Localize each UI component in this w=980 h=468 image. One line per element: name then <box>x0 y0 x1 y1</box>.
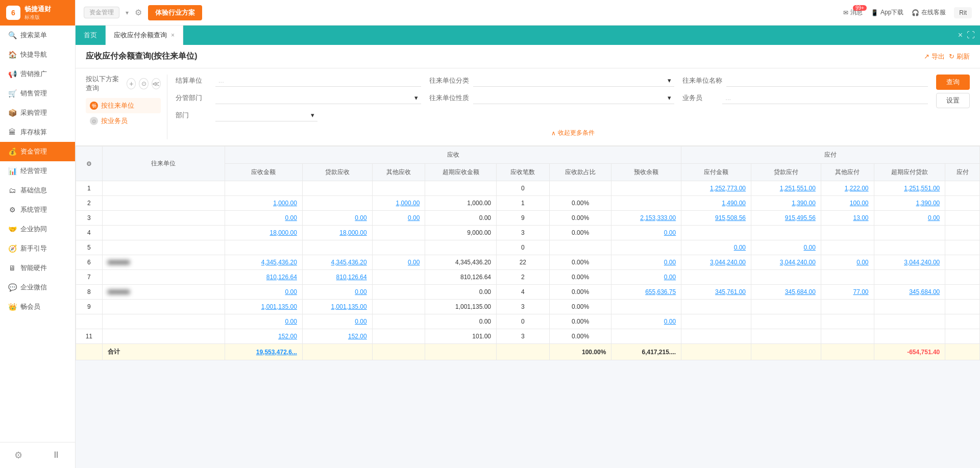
loan-recv-cell[interactable]: 152.00 <box>302 329 372 344</box>
tab-home[interactable]: 首页 <box>76 26 106 45</box>
advance-recv-cell[interactable]: 655,636.75 <box>611 285 681 300</box>
window-close-icon[interactable]: × <box>958 31 963 40</box>
operations-icon: 📊 <box>8 167 16 175</box>
messages-btn[interactable]: ✉ 消息 99+ <box>843 8 863 17</box>
loan-pay-cell[interactable]: 1,251,551.00 <box>751 181 821 196</box>
query-button[interactable]: 查询 <box>936 75 970 90</box>
collapse-filter-btn[interactable]: ∧ 收起更多条件 <box>176 127 970 139</box>
dept-manager-select[interactable]: ▾ <box>215 92 421 104</box>
table-settings-header[interactable]: ⚙ <box>76 146 103 181</box>
payable-amt-cell[interactable]: 1,490.00 <box>681 196 751 211</box>
topbar-gear-icon[interactable]: ⚙ <box>135 8 142 17</box>
receivable-amt-cell[interactable]: 152.00 <box>225 329 302 344</box>
sidebar-item-marketing[interactable]: 📢 营销推广 <box>0 64 75 84</box>
sidebar-item-sales[interactable]: 🛒 销售管理 <box>0 84 75 103</box>
sidebar-settings-btn[interactable]: ⚙ <box>11 447 26 464</box>
refresh-button[interactable]: ↻ 刷新 <box>949 52 970 61</box>
other-pay-cell[interactable]: 100.00 <box>821 196 874 211</box>
payable-amt-cell[interactable]: 0.00 <box>681 240 751 255</box>
other-recv-cell[interactable]: 0.00 <box>372 255 425 270</box>
sidebar-item-system[interactable]: ⚙ 系统管理 <box>0 200 75 219</box>
partner-name-input[interactable] <box>726 75 928 87</box>
receivable-amt-cell[interactable]: 0.00 <box>225 285 302 300</box>
promo-button[interactable]: 体验行业方案 <box>148 5 202 20</box>
loan-pay-cell[interactable]: 0.00 <box>751 240 821 255</box>
sidebar-item-hardware[interactable]: 🖥 智能硬件 <box>0 258 75 278</box>
sidebar-item-nav[interactable]: 🏠 快捷导航 <box>0 45 75 64</box>
receivable-amt-cell[interactable]: 0.00 <box>225 314 302 329</box>
filter-settings-icon[interactable]: ⊙ <box>139 78 148 89</box>
loan-recv-cell[interactable]: 1,001,135.00 <box>302 300 372 314</box>
sidebar-collapse-btn[interactable]: ⏸ <box>48 447 64 464</box>
payable-amt-cell[interactable]: 915,508.56 <box>681 211 751 226</box>
filter-scheme-salesperson[interactable]: ⊙ 按业务员 <box>86 113 161 129</box>
overdue-pay-cell[interactable]: 345,684.00 <box>874 285 945 300</box>
sidebar-item-wechat[interactable]: 💬 企业微信 <box>0 278 75 297</box>
app-download-btn[interactable]: 📱 App下载 <box>871 8 903 17</box>
loan-pay-cell[interactable]: 345,684.00 <box>751 285 821 300</box>
loan-recv-cell[interactable]: 0.00 <box>302 211 372 226</box>
sidebar-item-collab[interactable]: 🤝 企业协同 <box>0 219 75 239</box>
loan-pay-cell[interactable]: 1,390.00 <box>751 196 821 211</box>
salesperson-select[interactable]: ... <box>722 92 928 104</box>
overdue-pay-cell[interactable]: 0.00 <box>874 211 945 226</box>
export-button[interactable]: ↗ 导出 <box>924 52 945 61</box>
receivable-amt-cell[interactable]: 18,000.00 <box>225 226 302 240</box>
sidebar-item-inventory[interactable]: 🏛 库存核算 <box>0 122 75 142</box>
fullscreen-icon[interactable]: ⛶ <box>967 31 975 40</box>
sidebar-item-finance[interactable]: 💰 资金管理 <box>0 142 75 161</box>
filter-collapse-icon[interactable]: ≪ <box>152 78 161 89</box>
receivable-amt-cell[interactable]: 1,001,135.00 <box>225 300 302 314</box>
dept-select[interactable]: ▾ <box>215 109 317 121</box>
sidebar-item-search[interactable]: 🔍 搜索菜单 <box>0 26 75 45</box>
service-btn[interactable]: 🎧 在线客服 <box>912 8 946 17</box>
other-pay-cell[interactable]: 0.00 <box>821 255 874 270</box>
partner-name-cell <box>102 314 225 329</box>
topbar-dropdown-icon[interactable]: ▾ <box>126 9 129 16</box>
other-pay-cell[interactable]: 13.00 <box>821 211 874 226</box>
loan-recv-cell[interactable]: 18,000.00 <box>302 226 372 240</box>
hardware-icon: 🖥 <box>8 264 16 272</box>
payable-amt-cell[interactable]: 1,252,773.00 <box>681 181 751 196</box>
advance-recv-cell[interactable]: 0.00 <box>611 255 681 270</box>
sidebar-item-basic-info[interactable]: 🗂 基础信息 <box>0 181 75 200</box>
sidebar-item-operations[interactable]: 📊 经营管理 <box>0 161 75 181</box>
advance-recv-cell[interactable]: 0.00 <box>611 314 681 329</box>
filter-scheme-partner[interactable]: 畅 按往来单位 <box>86 98 161 113</box>
sidebar-item-purchase[interactable]: 📦 采购管理 <box>0 103 75 122</box>
receivable-amt-cell[interactable]: 1,000.00 <box>225 196 302 211</box>
advance-recv-cell[interactable]: 0.00 <box>611 226 681 240</box>
loan-recv-cell[interactable]: 810,126.64 <box>302 270 372 285</box>
user-profile[interactable]: Rit <box>954 7 972 18</box>
sidebar-item-guide[interactable]: 🧭 新手引导 <box>0 239 75 258</box>
other-recv-cell[interactable]: 1,000.00 <box>372 196 425 211</box>
receivable-amt-cell[interactable]: 4,345,436.20 <box>225 255 302 270</box>
receivable-amt-cell[interactable]: 0.00 <box>225 211 302 226</box>
overdue-pay-cell[interactable]: 3,044,240.00 <box>874 255 945 270</box>
overdue-pay-cell[interactable]: 1,390.00 <box>874 196 945 211</box>
advance-recv-cell[interactable]: 2,153,333.00 <box>611 211 681 226</box>
sidebar-item-member[interactable]: 👑 畅会员 <box>0 297 75 316</box>
receivable-amt-cell[interactable]: 810,126.64 <box>225 270 302 285</box>
filter-settings-button[interactable]: 设置 <box>936 93 970 108</box>
filter-add-btn[interactable]: + <box>127 78 136 89</box>
loan-pay-cell[interactable]: 3,044,240.00 <box>751 255 821 270</box>
tab-ar-ap-query[interactable]: 应收应付余额查询 × <box>106 26 183 45</box>
loan-recv-cell[interactable]: 0.00 <box>302 285 372 300</box>
loan-pay-cell[interactable]: 915,495.56 <box>751 211 821 226</box>
partner-nature-select[interactable]: ▾ <box>473 92 675 104</box>
footer-payable-amt <box>681 344 751 360</box>
tab-close-icon[interactable]: × <box>171 32 175 39</box>
payable-amt-cell[interactable]: 345,761.00 <box>681 285 751 300</box>
other-recv-cell[interactable]: 0.00 <box>372 211 425 226</box>
loan-recv-cell[interactable]: 0.00 <box>302 314 372 329</box>
loan-recv-cell[interactable]: 4,345,436.20 <box>302 255 372 270</box>
advance-recv-cell[interactable]: 0.00 <box>611 270 681 285</box>
other-pay-cell[interactable]: 1,222.00 <box>821 181 874 196</box>
partner-category-select[interactable]: ▾ <box>473 75 675 87</box>
settlement-unit-select[interactable]: ... <box>215 75 421 87</box>
overdue-pay-cell[interactable]: 1,251,551.00 <box>874 181 945 196</box>
footer-receivable-amt[interactable]: 19,553,472,6... <box>225 344 302 360</box>
payable-amt-cell[interactable]: 3,044,240.00 <box>681 255 751 270</box>
other-pay-cell[interactable]: 77.00 <box>821 285 874 300</box>
